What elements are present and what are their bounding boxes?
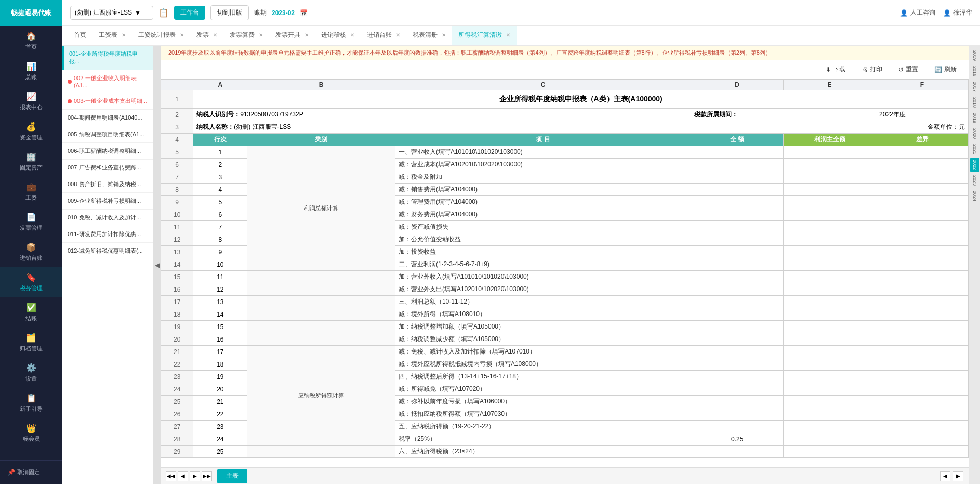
chay-cell-9[interactable]: [876, 196, 969, 208]
xuhao-cell-21[interactable]: 17: [193, 346, 247, 358]
user-profile[interactable]: 👤 徐泽华: [943, 8, 972, 17]
left-panel-item-002[interactable]: 002-一般企业收入明细表(A1...: [62, 70, 153, 93]
xuhao-cell-28[interactable]: 24: [193, 433, 247, 446]
nav-tab-1[interactable]: 工资表✕: [92, 26, 132, 46]
xuhao-cell-29[interactable]: 25: [193, 446, 247, 458]
tab-close-8[interactable]: ✕: [442, 32, 446, 38]
left-panel-item-001[interactable]: 001-企业所得税年度纳税申报...: [62, 46, 153, 70]
xuhao-cell-9[interactable]: 5: [193, 196, 247, 208]
workspace-button[interactable]: 工作台: [174, 6, 205, 20]
timeline-item-2019-0[interactable]: 2019: [970, 48, 979, 63]
lirun-cell-22[interactable]: [784, 358, 876, 371]
tab-close-9[interactable]: ✕: [506, 32, 510, 38]
chay-cell-6[interactable]: [876, 159, 969, 171]
quane-cell-10[interactable]: [691, 208, 784, 221]
quane-cell-19[interactable]: [691, 321, 784, 333]
timeline-item-2017-2[interactable]: 2017: [970, 80, 979, 94]
quane-cell-28[interactable]: 0.25: [691, 433, 784, 446]
timeline-item-2020-5[interactable]: 2020: [970, 126, 979, 141]
lirun-cell-17[interactable]: [784, 296, 876, 308]
left-panel-item-006[interactable]: 006-职工薪酬纳税调整明细...: [62, 143, 153, 160]
left-panel-item-012[interactable]: 012-减免所得税优惠明细表(...: [62, 243, 153, 259]
xuhao-cell-7[interactable]: 3: [193, 171, 247, 184]
chay-cell-17[interactable]: [876, 296, 969, 308]
xuhao-cell-13[interactable]: 9: [193, 246, 247, 258]
quane-cell-14[interactable]: [691, 258, 784, 271]
lirun-cell-29[interactable]: [784, 446, 876, 458]
chay-cell-24[interactable]: [876, 383, 969, 396]
quane-cell-5[interactable]: [691, 146, 784, 159]
quane-cell-13[interactable]: [691, 246, 784, 258]
xiangmu-cell-14[interactable]: 二、营业利润(1-2-3-4-5-6-7-8+9): [395, 258, 691, 271]
panel-collapse-btn[interactable]: ◀: [153, 46, 161, 484]
nav-tab-6[interactable]: 进销稽核✕: [315, 26, 361, 46]
xiangmu-cell-16[interactable]: 减：营业外支出(填写A102010\102020\103000): [395, 283, 691, 296]
xiangmu-cell-26[interactable]: 减：抵扣应纳税所得额（填写A107030）: [395, 408, 691, 421]
lirun-cell-12[interactable]: [784, 233, 876, 246]
timeline-item-2019-4[interactable]: 2019: [970, 111, 979, 125]
xuhao-cell-20[interactable]: 16: [193, 333, 247, 346]
xiangmu-cell-20[interactable]: 减：纳税调整减少额（填写A105000）: [395, 333, 691, 346]
xiangmu-cell-27[interactable]: 五、应纳税所得额（19-20-21-22）: [395, 421, 691, 433]
lirun-cell-21[interactable]: [784, 346, 876, 358]
left-panel-item-004[interactable]: 004-期间费用明细表(A1040...: [62, 110, 153, 126]
sidebar-item-report[interactable]: 📈报表中心: [0, 86, 62, 116]
tab-close-2[interactable]: ✕: [180, 32, 184, 38]
sidebar-item-settings[interactable]: ⚙️设置: [0, 358, 62, 388]
quane-cell-24[interactable]: [691, 383, 784, 396]
left-panel-item-011[interactable]: 011-研发费用加计扣除优惠...: [62, 226, 153, 243]
xiangmu-cell-23[interactable]: 四、纳税调整后所得（13-14+15-16-17+18）: [395, 371, 691, 383]
quane-cell-9[interactable]: [691, 196, 784, 208]
quane-cell-7[interactable]: [691, 171, 784, 184]
xiangmu-cell-5[interactable]: 一、营业收入(填写A101010\101020\103000): [395, 146, 691, 159]
lirun-cell-20[interactable]: [784, 333, 876, 346]
xiangmu-cell-10[interactable]: 减：财务费用(填写A104000): [395, 208, 691, 221]
xuhao-cell-24[interactable]: 20: [193, 383, 247, 396]
sidebar-item-archive[interactable]: 🗂️归档管理: [0, 328, 62, 358]
nav-tab-9[interactable]: 所得税汇算清缴✕: [452, 26, 517, 46]
quane-cell-8[interactable]: [691, 184, 784, 196]
xiangmu-cell-19[interactable]: 加：纳税调整增加额（填写A105000）: [395, 321, 691, 333]
xiangmu-cell-12[interactable]: 加：公允价值变动收益: [395, 233, 691, 246]
xiangmu-cell-8[interactable]: 减：销售费用(填写A104000): [395, 184, 691, 196]
chay-cell-7[interactable]: [876, 171, 969, 184]
xuhao-cell-25[interactable]: 21: [193, 396, 247, 408]
reset-button[interactable]: ↺ 重置: [894, 63, 922, 75]
chay-cell-15[interactable]: [876, 271, 969, 283]
unpin-button[interactable]: 📌 取消固定: [5, 466, 57, 479]
xuhao-cell-8[interactable]: 4: [193, 184, 247, 196]
nav-tab-5[interactable]: 发票开具✕: [269, 26, 315, 46]
sheet-tab-0[interactable]: 主表: [217, 469, 247, 483]
chay-cell-14[interactable]: [876, 258, 969, 271]
lirun-cell-8[interactable]: [784, 184, 876, 196]
quane-cell-6[interactable]: [691, 159, 784, 171]
sidebar-item-tax[interactable]: 🔖税务管理: [0, 267, 62, 297]
timeline-item-2021-6[interactable]: 2021: [970, 142, 979, 156]
lirun-cell-11[interactable]: [784, 221, 876, 233]
quane-cell-25[interactable]: [691, 396, 784, 408]
xuhao-cell-10[interactable]: 6: [193, 208, 247, 221]
tab-close-4[interactable]: ✕: [259, 32, 263, 38]
left-panel-item-005[interactable]: 005-纳税调整项目明细表(A1...: [62, 126, 153, 143]
quane-cell-18[interactable]: [691, 308, 784, 321]
sidebar-item-settle[interactable]: ✅结账: [0, 297, 62, 328]
sidebar-item-invoice[interactable]: 📄发票管理: [0, 207, 62, 237]
xiangmu-cell-25[interactable]: 减：弥补以前年度亏损（填写A106000）: [395, 396, 691, 408]
chay-cell-29[interactable]: [876, 446, 969, 458]
xiangmu-cell-24[interactable]: 减：所得减免（填写A107020）: [395, 383, 691, 396]
download-button[interactable]: ⬇ 下载: [822, 63, 850, 75]
lirun-cell-10[interactable]: [784, 208, 876, 221]
xuhao-cell-16[interactable]: 12: [193, 283, 247, 296]
left-panel-item-008[interactable]: 008-资产折旧、摊销及纳税...: [62, 176, 153, 193]
left-panel-item-003[interactable]: 003-一般企业成本支出明细...: [62, 93, 153, 110]
tab-close-5[interactable]: ✕: [304, 32, 309, 38]
xuhao-cell-17[interactable]: 13: [193, 296, 247, 308]
chay-cell-20[interactable]: [876, 333, 969, 346]
lirun-cell-16[interactable]: [784, 283, 876, 296]
tab-close-7[interactable]: ✕: [396, 32, 400, 38]
chay-cell-22[interactable]: [876, 358, 969, 371]
sheet-nav-left[interactable]: ◀◀: [166, 471, 176, 481]
chay-cell-25[interactable]: [876, 396, 969, 408]
sidebar-item-capital[interactable]: 💰资金管理: [0, 116, 62, 147]
lirun-cell-7[interactable]: [784, 171, 876, 184]
